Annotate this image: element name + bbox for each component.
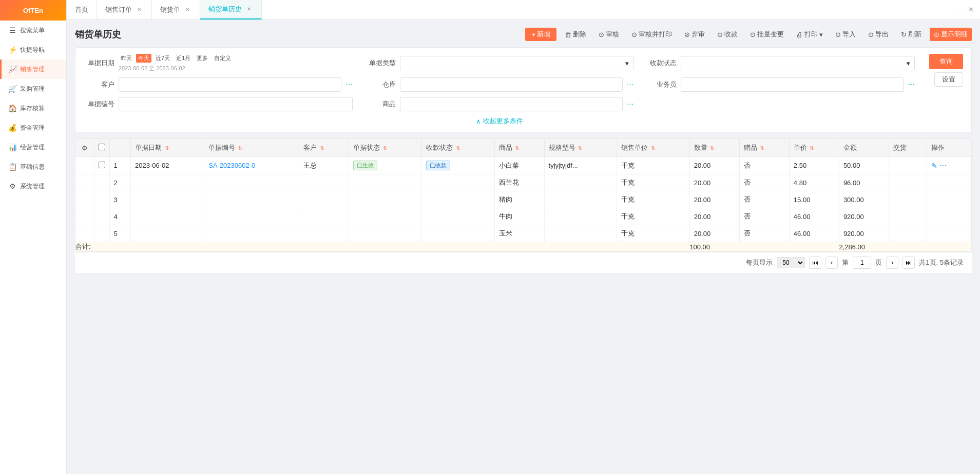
date-tab-7days[interactable]: 近7天 (153, 54, 172, 63)
show-details-button[interactable]: ⊙ 显示明细 (930, 28, 972, 41)
refresh-button[interactable]: ↻ 刷新 (897, 28, 926, 41)
row-checkbox[interactable] (99, 162, 105, 168)
batch-change-button[interactable]: ⊙ 批量变更 (746, 28, 788, 41)
select-all-checkbox[interactable] (99, 144, 105, 150)
cell-doc-no[interactable]: SA-20230602-0 (204, 157, 299, 174)
cell-goods: 牛肉 (494, 208, 544, 225)
sidebar-item-purchase-mgmt[interactable]: 🛒 采购管理 (0, 79, 66, 98)
sidebar-item-sales-mgmt[interactable]: 📈 销售管理 (0, 60, 66, 79)
tab-sales-delivery[interactable]: 销货单 ✕ (152, 0, 200, 19)
customer-dots[interactable]: ··· (345, 80, 352, 89)
col-settings[interactable]: ⚙ (75, 139, 94, 157)
col-unit-price[interactable]: 单价 ⇅ (789, 139, 839, 157)
warehouse-input[interactable] (400, 77, 623, 92)
tab-sales-history[interactable]: 销货单历史 ✕ (200, 0, 262, 19)
date-tab-yesterday[interactable]: 昨天 (119, 54, 134, 63)
export-button[interactable]: ⊙ 导出 (864, 28, 893, 41)
summary-row: 合计: 100.00 2,286.00 (75, 242, 971, 252)
review-button[interactable]: ⊙ 审核 (594, 28, 623, 41)
sidebar-item-basic-info[interactable]: 📋 基础信息 (0, 157, 66, 176)
cell-doc-no[interactable] (204, 191, 299, 208)
col-payment-status[interactable]: 收款状态 ⇅ (421, 139, 494, 157)
tab-home[interactable]: 首页 (67, 0, 97, 19)
more-op-btn[interactable]: ⋯ (939, 162, 947, 170)
first-page-btn[interactable]: ⏮ (809, 256, 821, 269)
sidebar-item-label: 资金管理 (20, 124, 45, 132)
col-goods[interactable]: 商品 ⇅ (494, 139, 544, 157)
date-tab-1month[interactable]: 近1月 (174, 54, 193, 63)
new-button[interactable]: + 新增 (525, 28, 556, 41)
cell-doc-no[interactable] (204, 208, 299, 225)
warehouse-dots[interactable]: ··· (627, 80, 633, 89)
doc-no-input[interactable] (119, 97, 353, 111)
prev-page-btn[interactable]: ‹ (825, 256, 838, 269)
cell-checkbox[interactable] (94, 191, 109, 208)
col-doc-status[interactable]: 单据状态 ⇅ (349, 139, 422, 157)
col-amount-label: 金额 (843, 144, 857, 151)
last-page-btn[interactable]: ⏭ (902, 256, 915, 269)
table-row: 2 西兰花 千克 20.00 否 4.80 96.00 (75, 174, 971, 191)
date-tab-more[interactable]: 更多 (195, 54, 210, 63)
col-checkbox[interactable] (94, 139, 109, 157)
page-size-select[interactable]: 50 100 200 (777, 257, 805, 268)
sidebar-item-sys-mgmt[interactable]: ⚙ 系统管理 (0, 176, 66, 196)
goods-input[interactable] (400, 97, 623, 111)
import-button[interactable]: ⊙ 导入 (831, 28, 860, 41)
cell-amount: 96.00 (839, 174, 889, 191)
cell-checkbox[interactable] (94, 208, 109, 225)
query-button[interactable]: 查询 (929, 54, 963, 69)
sidebar-item-finance[interactable]: 💰 资金管理 (0, 118, 66, 137)
page-size-label: 每页显示 (746, 258, 773, 267)
doc-type-select[interactable]: ▾ (400, 56, 634, 70)
page-number-input[interactable] (853, 256, 871, 269)
collapse-btn[interactable]: ∧ 收起更多条件 (476, 116, 523, 126)
cell-customer (299, 174, 349, 191)
minimize-btn[interactable]: — (957, 6, 964, 13)
cell-checkbox[interactable] (94, 174, 109, 191)
col-customer[interactable]: 客户 ⇅ (299, 139, 349, 157)
col-spec[interactable]: 规格型号 ⇅ (544, 139, 617, 157)
col-doc-date[interactable]: 单据日期 ⇅ (131, 139, 204, 157)
col-doc-no[interactable]: 单据编号 ⇅ (204, 139, 299, 157)
col-quantity[interactable]: 数量 ⇅ (689, 139, 739, 157)
sidebar-item-search-menu[interactable]: ☰ 搜索菜单 (0, 21, 66, 40)
col-amount[interactable]: 金额 (839, 139, 889, 157)
sidebar-item-ops[interactable]: 📊 经营管理 (0, 137, 66, 157)
sidebar-item-quick-nav[interactable]: ⚡ 快捷导航 (0, 40, 66, 60)
cell-doc-status (349, 174, 422, 191)
customer-input[interactable] (119, 77, 341, 92)
cell-doc-no[interactable] (204, 174, 299, 191)
tab-close-sales-order[interactable]: ✕ (135, 6, 143, 14)
date-tab-custom[interactable]: 自定义 (212, 54, 233, 63)
discard-button[interactable]: ⊘ 弃审 (680, 28, 709, 41)
collect-icon: ⊙ (717, 31, 723, 38)
collect-button[interactable]: ⊙ 收款 (713, 28, 742, 41)
cell-checkbox[interactable] (94, 225, 109, 242)
payment-status-select[interactable]: ▾ (681, 56, 915, 70)
date-tab-today[interactable]: 今天 (136, 54, 151, 63)
next-page-btn[interactable]: › (886, 256, 898, 269)
goods-label: 商品 (365, 100, 396, 109)
tab-sales-order[interactable]: 销售订单 ✕ (97, 0, 152, 19)
tab-close-sales-delivery[interactable]: ✕ (183, 6, 191, 14)
filter-settings-button[interactable]: 设置 (934, 72, 963, 87)
edit-op-btn[interactable]: ✎ (931, 162, 937, 170)
close-btn[interactable]: ✕ (968, 6, 974, 13)
col-gift[interactable]: 赠品 ⇅ (739, 139, 789, 157)
print-button[interactable]: 🖨 打印 ▾ (792, 28, 827, 41)
staff-input[interactable] (681, 77, 904, 92)
cell-index: 2 (109, 174, 131, 191)
staff-dots[interactable]: ··· (908, 80, 915, 89)
col-unit[interactable]: 销售单位 ⇅ (617, 139, 690, 157)
delete-button[interactable]: 🗑 删除 (561, 28, 590, 41)
cell-checkbox[interactable] (94, 157, 109, 174)
goods-dots[interactable]: ··· (627, 100, 633, 109)
cell-doc-no[interactable] (204, 225, 299, 242)
tab-close-sales-history[interactable]: ✕ (245, 5, 253, 13)
col-payment-status-label: 收款状态 (426, 144, 453, 151)
summary-label: 合计: (75, 242, 131, 252)
sidebar-item-inventory[interactable]: 🏠 库存核算 (0, 98, 66, 118)
review-print-button[interactable]: ⊙ 审核并打印 (627, 28, 676, 41)
doc-no-link[interactable]: SA-20230602-0 (208, 162, 255, 169)
cell-index: 5 (109, 225, 131, 242)
